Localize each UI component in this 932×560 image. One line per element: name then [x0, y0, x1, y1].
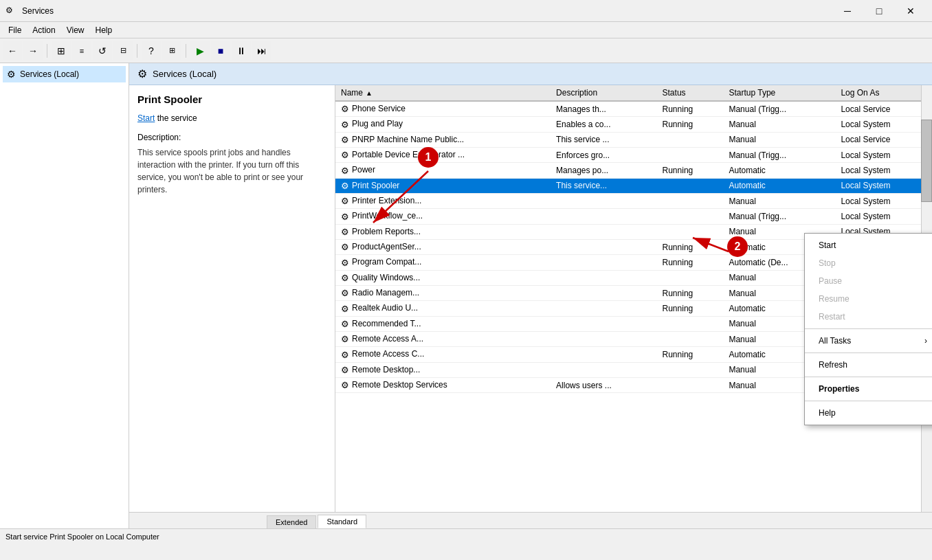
service-desc-cell [551, 239, 656, 254]
service-status-cell: Running [657, 117, 724, 132]
service-startup-cell: Automatic [723, 163, 835, 178]
table-row[interactable]: ⚙PNRP Machine Name Public...This service… [335, 132, 932, 147]
service-status-cell: Running [657, 347, 724, 362]
service-row-icon: ⚙ [341, 273, 349, 283]
toolbar-stop[interactable]: ■ [211, 41, 230, 60]
col-header-logon[interactable]: Log On As [835, 85, 932, 101]
toolbar-restart[interactable]: ⏭ [252, 41, 271, 60]
toolbar-sep-1 [47, 44, 47, 58]
toolbar-pause[interactable]: ⏸ [232, 41, 251, 60]
title-bar-left: ⚙ Services [5, 5, 54, 16]
service-desc-cell [551, 301, 656, 316]
service-title: Print Spooler [137, 93, 326, 105]
desc-text: This service spools print jobs and handl… [137, 146, 326, 196]
toolbar-sep-2 [137, 44, 137, 58]
toolbar-refresh[interactable]: ↺ [93, 41, 112, 60]
toolbar-export-list[interactable]: ⊟ [113, 41, 133, 60]
minimize-button[interactable]: ─ [832, 0, 863, 22]
service-name-cell: ⚙PNRP Machine Name Public... [335, 132, 551, 147]
app-icon: ⚙ [5, 5, 16, 16]
col-header-status[interactable]: Status [657, 85, 724, 101]
toolbar: ← → ⊞ ≡ ↺ ⊟ ? ⊞ ▶ ■ ⏸ ⏭ [0, 38, 932, 63]
service-logon-cell: Local Service [835, 132, 932, 147]
toolbar-forward[interactable]: → [23, 41, 43, 60]
sort-arrow: ▲ [366, 89, 373, 97]
service-name-cell: ⚙Print Spooler [335, 178, 551, 193]
toolbar-start[interactable]: ▶ [190, 41, 210, 60]
service-startup-cell: Manual [723, 117, 835, 132]
service-logon-cell: Local System [835, 178, 932, 193]
service-status-cell [657, 331, 724, 346]
content-area: ⚙ Services (Local) Print Spooler Start t… [129, 63, 932, 528]
table-row[interactable]: ⚙Print SpoolerThis service...AutomaticLo… [335, 178, 932, 193]
service-row-icon: ⚙ [341, 288, 349, 298]
service-startup-cell: Manual [723, 132, 835, 147]
service-status-cell [657, 147, 724, 162]
service-row-icon: ⚙ [341, 242, 349, 252]
service-row-icon: ⚙ [341, 150, 349, 160]
left-panel: Print Spooler Start the service Descript… [129, 85, 335, 512]
table-row[interactable]: ⚙Plug and PlayEnables a co...RunningManu… [335, 117, 932, 132]
service-name-cell: ⚙Plug and Play [335, 117, 551, 132]
service-name-cell: ⚙Program Compat... [335, 255, 551, 270]
tab-standard[interactable]: Standard [318, 515, 366, 528]
menu-help[interactable]: Help [90, 24, 118, 36]
context-menu-item-properties[interactable]: Properties [805, 380, 932, 398]
service-row-icon: ⚙ [341, 334, 349, 344]
service-row-icon: ⚙ [341, 196, 349, 206]
service-startup-cell: Manual [723, 193, 835, 208]
sidebar-item-services-local[interactable]: ⚙ Services (Local) [3, 66, 126, 82]
close-button[interactable]: ✕ [895, 0, 927, 22]
maximize-button[interactable]: □ [863, 0, 895, 22]
service-logon-cell: Local System [835, 147, 932, 162]
service-row-icon: ⚙ [341, 135, 349, 145]
table-row[interactable]: ⚙PrintWorkflow_ce...Manual (Trigg...Loca… [335, 209, 932, 224]
service-desc-cell [551, 285, 656, 300]
context-menu-item-stop: Stop [805, 254, 932, 272]
annotation-2: 2 [727, 236, 748, 257]
service-row-icon: ⚙ [341, 181, 349, 191]
scrollbar-thumb[interactable] [921, 120, 932, 202]
service-desc-cell [551, 193, 656, 208]
service-name-cell: ⚙Remote Desktop... [335, 362, 551, 377]
service-desc-cell [551, 209, 656, 224]
table-row[interactable]: ⚙Phone ServiceManages th...RunningManual… [335, 101, 932, 117]
col-header-startup[interactable]: Startup Type [723, 85, 835, 101]
service-row-icon: ⚙ [341, 380, 349, 390]
menu-file[interactable]: File [3, 24, 27, 36]
table-row[interactable]: ⚙Printer Extension...ManualLocal System [335, 193, 932, 208]
service-name-cell: ⚙Recommended T... [335, 316, 551, 331]
service-status-cell [657, 377, 724, 392]
context-menu-separator [805, 401, 932, 401]
toolbar-help[interactable]: ? [142, 41, 161, 60]
menu-bar: File Action View Help [0, 22, 932, 38]
service-status-cell [657, 209, 724, 224]
service-desc-cell [551, 331, 656, 346]
window-title: Services [22, 6, 54, 16]
toolbar-back[interactable]: ← [3, 41, 22, 60]
service-startup-cell: Manual (Trigg... [723, 101, 835, 117]
sidebar-item-label: Services (Local) [20, 69, 79, 79]
service-logon-cell: Local System [835, 163, 932, 178]
col-header-name[interactable]: Name▲ [335, 85, 551, 101]
service-row-icon: ⚙ [341, 227, 349, 237]
service-row-icon: ⚙ [341, 304, 349, 314]
services-local-icon: ⚙ [7, 69, 16, 80]
toolbar-blank[interactable]: ⊞ [162, 41, 181, 60]
tab-extended[interactable]: Extended [267, 515, 316, 528]
service-row-icon: ⚙ [341, 365, 349, 375]
context-menu-item-refresh[interactable]: Refresh [805, 356, 932, 374]
content-body: Print Spooler Start the service Descript… [129, 85, 932, 512]
service-startup-cell: Manual (Trigg... [723, 147, 835, 162]
col-header-desc[interactable]: Description [551, 85, 656, 101]
context-menu-item-help[interactable]: Help [805, 404, 932, 422]
toolbar-show-hide-console-tree[interactable]: ⊞ [52, 41, 71, 60]
context-menu-item-all_tasks[interactable]: All Tasks› [805, 332, 932, 350]
menu-view[interactable]: View [61, 24, 90, 36]
menu-action[interactable]: Action [27, 24, 60, 36]
toolbar-properties[interactable]: ≡ [72, 41, 91, 60]
context-menu-item-start[interactable]: Start [805, 236, 932, 254]
service-desc-cell [551, 270, 656, 285]
start-service-line: Start the service [137, 113, 326, 123]
start-service-link[interactable]: Start [137, 113, 155, 123]
